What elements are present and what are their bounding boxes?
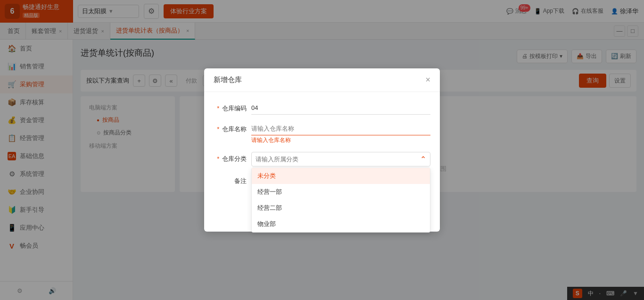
category-input[interactable] xyxy=(256,156,420,163)
modal-header: 新增仓库 × xyxy=(204,68,440,92)
dropdown-item-dept2[interactable]: 经营二部 xyxy=(252,200,430,216)
code-field-row: * 仓库编码 xyxy=(214,101,430,115)
category-up-arrow-icon[interactable]: ⌃ xyxy=(420,155,426,164)
category-selector[interactable]: ⌃ xyxy=(251,152,430,167)
name-field: 请输入仓库名称 xyxy=(251,122,430,144)
name-label: * 仓库名称 xyxy=(214,122,251,133)
dropdown-item-dept1[interactable]: 经营一部 xyxy=(252,184,430,200)
modal-close-button[interactable]: × xyxy=(425,75,430,85)
note-label: 备注 xyxy=(214,174,251,185)
name-field-row: * 仓库名称 请输入仓库名称 xyxy=(214,122,430,144)
modal-title: 新增仓库 xyxy=(214,75,242,84)
category-field: ⌃ 未分类 经营一部 经营二部 物业部 xyxy=(251,152,430,167)
modal-overlay: 新增仓库 × * 仓库编码 * 仓库名称 xyxy=(0,0,644,300)
code-input[interactable] xyxy=(251,101,430,115)
name-error-message: 请输入仓库名称 xyxy=(251,136,430,144)
dropdown-item-uncategorized[interactable]: 未分类 xyxy=(252,168,430,184)
modal-body: * 仓库编码 * 仓库名称 请输入仓库名称 xyxy=(204,92,440,204)
name-input[interactable] xyxy=(251,122,430,135)
category-dropdown: 未分类 经营一部 经营二部 物业部 xyxy=(251,167,430,233)
code-label: * 仓库编码 xyxy=(214,101,251,113)
new-warehouse-modal: 新增仓库 × * 仓库编码 * 仓库名称 xyxy=(204,68,440,232)
dropdown-item-dept3[interactable]: 物业部 xyxy=(252,216,430,232)
category-label: * 仓库分类 xyxy=(214,152,251,163)
code-field xyxy=(251,101,430,115)
category-field-row: * 仓库分类 ⌃ 未分类 经营一部 经营二部 物业部 xyxy=(214,152,430,167)
